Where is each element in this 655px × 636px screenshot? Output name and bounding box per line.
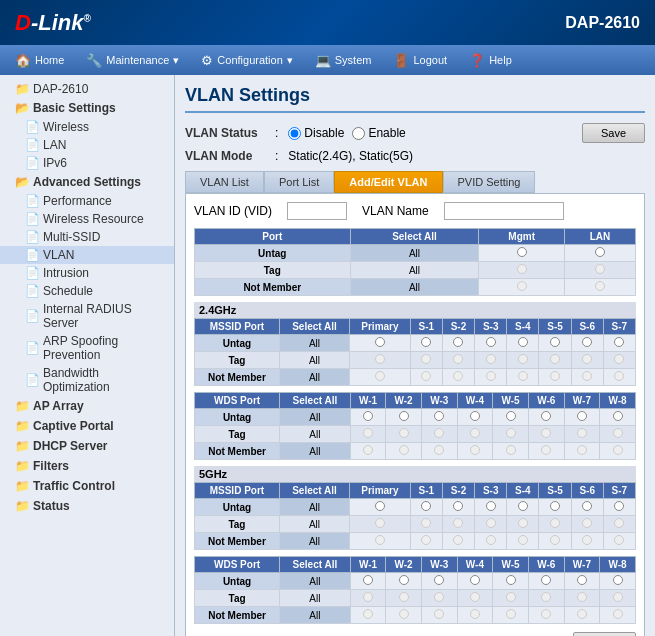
mssid-s4-header: S-4 — [507, 319, 539, 335]
sidebar-group-traffic[interactable]: 📁 Traffic Control — [0, 476, 174, 496]
sidebar-item-multissid[interactable]: 📄 Multi-SSID — [0, 228, 174, 246]
tab-pvid-setting[interactable]: PVID Setting — [443, 171, 536, 193]
sidebar-item-ipv6[interactable]: 📄 IPv6 — [0, 154, 174, 172]
basic-folder-icon: 📂 — [15, 101, 30, 115]
wds-w3-header-24: W-3 — [421, 393, 457, 409]
table-row: Untag All — [195, 335, 636, 352]
sidebar-group-dhcp[interactable]: 📁 DHCP Server — [0, 436, 174, 456]
vlan-mode-label: VLAN Mode — [185, 149, 265, 163]
table-row: Tag All — [195, 262, 636, 279]
device-name: DAP-2610 — [565, 14, 640, 32]
radio-enable-input[interactable] — [352, 127, 365, 140]
mssid-primary-header: Primary — [350, 319, 411, 335]
vlan-id-input[interactable] — [287, 202, 347, 220]
doc-icon-perf: 📄 — [25, 194, 40, 208]
port-col-header: Port — [195, 229, 351, 245]
doc-icon-vlan: 📄 — [25, 248, 40, 262]
sidebar-item-lan[interactable]: 📄 LAN — [0, 136, 174, 154]
root-icon: 📁 — [15, 82, 30, 96]
tag-lan[interactable] — [565, 262, 636, 279]
wds-w8-header-5: W-8 — [600, 557, 636, 573]
wds-selall-header-24: Select All — [280, 393, 351, 409]
sidebar-root[interactable]: 📁 DAP-2610 — [0, 80, 174, 98]
vlan-name-input[interactable] — [444, 202, 564, 220]
notmember-all: All — [350, 279, 479, 296]
wds-table-24: WDS Port Select All W-1 W-2 W-3 W-4 W-5 … — [194, 392, 636, 460]
doc-icon-ms: 📄 — [25, 230, 40, 244]
wds-table-5: WDS Port Select All W-1 W-2 W-3 W-4 W-5 … — [194, 556, 636, 624]
doc-icon-lan: 📄 — [25, 138, 40, 152]
wds-w2-header-5: W-2 — [386, 557, 422, 573]
tab-add-edit-vlan[interactable]: Add/Edit VLAN — [334, 171, 442, 193]
sidebar-item-wireless-resource[interactable]: 📄 Wireless Resource — [0, 210, 174, 228]
table-row: Untag All — [195, 573, 636, 590]
tag-mgmt[interactable] — [479, 262, 565, 279]
mssid-selall-header: Select All — [279, 319, 349, 335]
notmember-mgmt[interactable] — [479, 279, 565, 296]
wds-w5-header-5: W-5 — [493, 557, 529, 573]
sidebar-group-ap-array[interactable]: 📁 AP Array — [0, 396, 174, 416]
mssid-s5-header-5: S-5 — [539, 483, 571, 499]
doc-icon-sched: 📄 — [25, 284, 40, 298]
untag-all: All — [350, 245, 479, 262]
sidebar-item-bandwidth[interactable]: 📄 Bandwidth Optimization — [0, 364, 174, 396]
sidebar-group-advanced[interactable]: 📂 Advanced Settings — [0, 172, 174, 192]
mssid-selall-header-5: Select All — [279, 483, 349, 499]
wds-w1-header-5: W-1 — [350, 557, 386, 573]
sidebar-group-captive[interactable]: 📁 Captive Portal — [0, 416, 174, 436]
doc-icon-bw: 📄 — [25, 373, 40, 387]
sidebar-item-vlan[interactable]: 📄 VLAN — [0, 246, 174, 264]
sidebar-item-performance[interactable]: 📄 Performance — [0, 192, 174, 210]
wds-w2-header-24: W-2 — [386, 393, 422, 409]
radio-disable-input[interactable] — [288, 127, 301, 140]
nav-logout[interactable]: 🚪 Logout — [383, 50, 457, 71]
nav-configuration[interactable]: ⚙ Configuration ▾ — [191, 50, 302, 71]
mssid-s2-header-5: S-2 — [442, 483, 474, 499]
save-button-top[interactable]: Save — [582, 123, 645, 143]
table-row: Tag All — [195, 516, 636, 533]
mgmt-col-header: Mgmt — [479, 229, 565, 245]
nav-system[interactable]: 💻 System — [305, 50, 382, 71]
nav-home[interactable]: 🏠 Home — [5, 50, 74, 71]
notmember-lan[interactable] — [565, 279, 636, 296]
vlan-id-label: VLAN ID (VID) — [194, 204, 272, 218]
radio-enable[interactable]: Enable — [352, 126, 405, 140]
tag-label: Tag — [195, 262, 351, 279]
table-row: Tag All — [195, 352, 636, 369]
nav-maintenance[interactable]: 🔧 Maintenance ▾ — [76, 50, 189, 71]
mssid-s3-header-5: S-3 — [475, 483, 507, 499]
sidebar-item-wireless[interactable]: 📄 Wireless — [0, 118, 174, 136]
wds-w1-header-24: W-1 — [350, 393, 386, 409]
vlan-status-radio-group: Disable Enable — [288, 126, 405, 140]
tab-vlan-list[interactable]: VLAN List — [185, 171, 264, 193]
sidebar-group-basic[interactable]: 📂 Basic Settings — [0, 98, 174, 118]
wds-w4-header-5: W-4 — [457, 557, 493, 573]
tab-port-list[interactable]: Port List — [264, 171, 334, 193]
wds-port-header-5: WDS Port — [195, 557, 280, 573]
sidebar-status[interactable]: 📁 Status — [0, 496, 174, 516]
mssid-port-header: MSSID Port — [195, 319, 280, 335]
sidebar-item-radius[interactable]: 📄 Internal RADIUS Server — [0, 300, 174, 332]
table-row: Not Member All — [195, 607, 636, 624]
mssid-port-header-5: MSSID Port — [195, 483, 280, 499]
table-row: Not Member All — [195, 369, 636, 386]
sidebar-group-filters[interactable]: 📁 Filters — [0, 456, 174, 476]
sidebar-item-intrusion[interactable]: 📄 Intrusion — [0, 264, 174, 282]
wds-w7-header-5: W-7 — [564, 557, 600, 573]
vlan-status-label: VLAN Status — [185, 126, 265, 140]
mssid-s1-header-5: S-1 — [410, 483, 442, 499]
radio-disable[interactable]: Disable — [288, 126, 344, 140]
tag-all: All — [350, 262, 479, 279]
untag-lan[interactable] — [565, 245, 636, 262]
mssid-table-5: MSSID Port Select All Primary S-1 S-2 S-… — [194, 482, 636, 550]
captive-folder-icon: 📁 — [15, 419, 30, 433]
wds-port-header-24: WDS Port — [195, 393, 280, 409]
untag-mgmt[interactable] — [479, 245, 565, 262]
mssid-s3-header: S-3 — [475, 319, 507, 335]
nav-help[interactable]: ❓ Help — [459, 50, 522, 71]
vlan-name-label: VLAN Name — [362, 204, 429, 218]
sidebar-item-arp[interactable]: 📄 ARP Spoofing Prevention — [0, 332, 174, 364]
save-button-bottom[interactable]: Save — [573, 632, 636, 636]
table-row: Tag All — [195, 426, 636, 443]
sidebar-item-schedule[interactable]: 📄 Schedule — [0, 282, 174, 300]
